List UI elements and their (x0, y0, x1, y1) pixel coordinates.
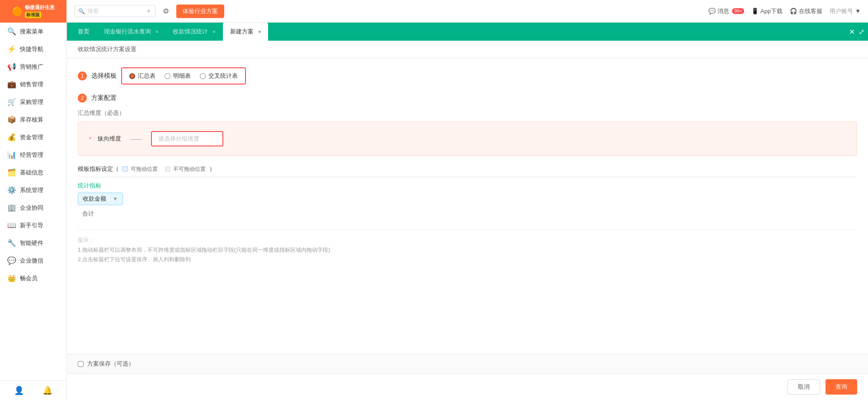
sidebar-item-9[interactable]: ⚙️系统管理 (0, 181, 66, 199)
sidebar-item-13[interactable]: 💬企业微信 (0, 252, 66, 269)
download-label: App下载 (760, 7, 783, 15)
indicator-table: 统计指标 收款金额 ▼ 合计 (78, 182, 857, 221)
logo-text: 畅捷通好生意 (25, 5, 55, 10)
sidebar-icon-0: 🔍 (7, 27, 16, 36)
user-label: 用户账号 (830, 7, 853, 15)
nondraggable-label: 不可拖动位置 (173, 165, 206, 173)
step1-section: 1 选择模板 汇总表 明细表 交叉统计表 (78, 67, 857, 85)
hint2: 2.点击标题栏下拉可设置排序、插入列和删除列 (78, 255, 857, 265)
step1-num: 1 (78, 71, 87, 80)
breadcrumb-text: 收款情况统计方案设置 (78, 46, 137, 52)
sidebar-icon-2: 📢 (7, 62, 16, 71)
indicator-tag-payment[interactable]: 收款金额 ▼ (78, 193, 123, 205)
radio-summary[interactable]: 汇总表 (129, 72, 156, 80)
step2-header: 2 方案配置 (78, 94, 857, 103)
sidebar-icon-13: 💬 (7, 256, 16, 265)
sidebar-label-5: 库存核算 (20, 116, 43, 124)
tab-close-2[interactable]: × (212, 29, 215, 34)
form-area: 1 选择模板 汇总表 明细表 交叉统计表 (67, 58, 868, 354)
tab-label-0: 首页 (78, 28, 90, 36)
sidebar-label-7: 经营管理 (20, 151, 43, 159)
tag-dropdown-icon[interactable]: ▼ (113, 196, 118, 202)
radio-detail-input[interactable] (165, 73, 170, 79)
notif-group[interactable]: 💬 消息 99+ (708, 7, 744, 15)
step1-title: 选择模板 (91, 72, 117, 80)
sidebar-item-10[interactable]: 🏢企业协同 (0, 199, 66, 216)
download-group[interactable]: 📱 App下载 (751, 7, 783, 15)
dimension-area: * 纵向维度 —— 请选择分组维度 (78, 122, 857, 156)
query-button[interactable]: 查询 (826, 379, 857, 395)
sidebar-item-2[interactable]: 📢营销推广 (0, 58, 66, 75)
radio-detail[interactable]: 明细表 (165, 72, 191, 80)
sidebar-bottom-icon2[interactable]: 🔔 (42, 386, 52, 395)
tab-label-2: 收款情况统计 (173, 28, 208, 36)
toggle-draggable: 可拖动位置 (123, 165, 158, 173)
tag-label: 收款金额 (83, 195, 106, 203)
trial-button[interactable]: 体验行业方案 (176, 5, 224, 18)
sidebar-label-0: 搜索菜单 (20, 28, 43, 36)
user-dropdown-icon: ▼ (855, 8, 861, 14)
sidebar-icon-5: 📦 (7, 115, 16, 124)
notif-label: 消息 (717, 7, 729, 15)
toggle-nondraggable: 不可拖动位置 (165, 165, 206, 173)
step2-section: 2 方案配置 汇总维度（必选） * 纵向维度 —— 请选择分组维度 (78, 94, 857, 265)
sidebar-bottom-icon1[interactable]: 👤 (14, 386, 24, 395)
sidebar-item-4[interactable]: 🛒采购管理 (0, 93, 66, 111)
dropdown-icon: ▼ (146, 8, 151, 14)
sidebar-icon-10: 🏢 (7, 203, 16, 212)
tab-item-2[interactable]: 收款情况统计× (165, 23, 222, 41)
stat-label: 统计指标 (78, 182, 857, 190)
sidebar-label-13: 企业微信 (20, 257, 43, 265)
sidebar-bottom: 👤 🔔 (0, 381, 66, 400)
cancel-button[interactable]: 取消 (788, 379, 820, 395)
tab-item-1[interactable]: 现金银行流水查询× (97, 23, 165, 41)
gear-icon[interactable]: ⚙ (163, 7, 169, 15)
save-checkbox[interactable] (78, 361, 84, 367)
tab-bar-actions: ✕ ⤢ (849, 28, 864, 36)
indicator-close: ） (209, 165, 215, 173)
expand-icon[interactable]: ⤢ (859, 28, 864, 36)
header: 🔍 搜索 ▼ ⚙ 体验行业方案 💬 消息 99+ 📱 App下载 🎧 在线客服 … (67, 0, 868, 23)
tab-item-3[interactable]: 新建方案× (223, 23, 268, 41)
sidebar-item-12[interactable]: 🔧智能硬件 (0, 234, 66, 252)
header-actions: 💬 消息 99+ 📱 App下载 🎧 在线客服 用户账号 ▼ (708, 7, 861, 15)
tab-item-0[interactable]: 首页 (71, 23, 97, 41)
sidebar-item-1[interactable]: ⚡快捷导航 (0, 40, 66, 58)
radio-cross-label: 交叉统计表 (208, 72, 238, 80)
template-radio-group: 汇总表 明细表 交叉统计表 (121, 67, 246, 85)
user-group[interactable]: 用户账号 ▼ (830, 7, 861, 15)
notif-badge: 99+ (732, 8, 744, 14)
tab-close-1[interactable]: × (156, 29, 158, 34)
sidebar-item-0[interactable]: 🔍搜索菜单 (0, 23, 66, 40)
sidebar-label-14: 畅会员 (20, 274, 38, 282)
radio-summary-input[interactable] (129, 73, 135, 79)
sidebar-label-6: 资金管理 (20, 133, 43, 141)
sidebar-item-5[interactable]: 📦库存核算 (0, 111, 66, 128)
radio-cross-input[interactable] (200, 73, 206, 79)
sidebar-label-2: 营销推广 (20, 63, 43, 71)
draggable-label: 可拖动位置 (131, 165, 158, 173)
service-group[interactable]: 🎧 在线客服 (790, 7, 822, 15)
tab-close-3[interactable]: × (258, 29, 261, 34)
indicator-header: 模板指标设定（ 可拖动位置 不可拖动位置 ） (78, 165, 857, 177)
sidebar-label-4: 采购管理 (20, 98, 43, 106)
indicator-config-section: 模板指标设定（ 可拖动位置 不可拖动位置 ） 统计指标 (78, 165, 857, 221)
radio-detail-label: 明细表 (173, 72, 191, 80)
sidebar-label-8: 基础信息 (20, 169, 43, 177)
sidebar-item-3[interactable]: 💼销售管理 (0, 75, 66, 93)
close-tab-icon[interactable]: ✕ (849, 28, 855, 36)
radio-cross[interactable]: 交叉统计表 (200, 72, 238, 80)
header-search[interactable]: 🔍 搜索 ▼ (74, 5, 156, 17)
sidebar-item-7[interactable]: 📊经营管理 (0, 146, 66, 164)
sidebar-item-6[interactable]: 💰资金管理 (0, 128, 66, 146)
sidebar-item-8[interactable]: 🗂️基础信息 (0, 164, 66, 181)
sidebar-item-11[interactable]: 📖新手引导 (0, 216, 66, 234)
tab-bar: 首页现金银行流水查询×收款情况统计×新建方案× ✕ ⤢ (67, 23, 868, 41)
service-icon: 🎧 (790, 8, 797, 14)
sidebar-icon-12: 🔧 (7, 239, 16, 247)
group-dim-select[interactable]: 请选择分组维度 (151, 131, 223, 146)
sidebar-item-14[interactable]: 👑畅会员 (0, 269, 66, 287)
sidebar-icon-14: 👑 (7, 274, 16, 282)
sidebar-icon-8: 🗂️ (7, 168, 16, 177)
logo-badge: 标准版 (25, 12, 41, 18)
